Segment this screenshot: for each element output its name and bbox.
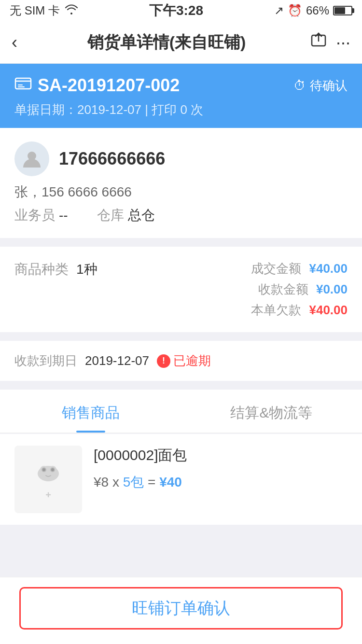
svg-point-10 <box>51 468 54 471</box>
order-icon <box>14 76 32 95</box>
avatar <box>14 141 49 176</box>
salesperson-value: -- <box>59 208 68 223</box>
alarm-icon: ⏰ <box>288 4 302 17</box>
status-bar: 无 SIM 卡 下午3:28 ↗ ⏰ 66% <box>0 0 362 21</box>
customer-meta: 业务员 -- 仓库 总仓 <box>14 206 348 224</box>
product-types: 商品种类 1种 <box>14 260 97 279</box>
page-title: 销货单详情(来自旺铺) <box>41 31 292 54</box>
battery-percent: 66% <box>306 4 329 17</box>
deal-amount-row: 成交金额 ¥40.00 <box>251 260 348 277</box>
clock-icon: ⏱ <box>293 78 306 93</box>
salesperson-label: 业务员 <box>14 206 55 224</box>
product-price: ¥8 x <box>94 475 123 490</box>
confirm-order-button[interactable]: 旺铺订单确认 <box>19 587 343 630</box>
overdue-label: 已逾期 <box>173 352 211 369</box>
product-logo: + <box>34 458 63 501</box>
tabs-bar: 销售商品 结算&物流等 <box>0 390 362 433</box>
carrier-label: 无 SIM 卡 <box>10 3 60 18</box>
collection-amount-row: 收款金额 ¥0.00 <box>258 281 348 298</box>
tab-sales-products[interactable]: 销售商品 <box>0 390 181 433</box>
status-bar-right: ↗ ⏰ 66% <box>274 4 352 17</box>
customer-phone: 17666666666 <box>59 149 165 169</box>
back-button[interactable]: ‹ <box>12 32 41 53</box>
logo-plus: + <box>45 490 51 501</box>
product-list: + [0000002]面包 ¥8 x 5包 = ¥40 <box>0 434 362 525</box>
collection-amount-value: ¥0.00 <box>316 282 348 297</box>
amounts-panel: 成交金额 ¥40.00 收款金额 ¥0.00 本单欠款 ¥40.00 <box>251 260 348 319</box>
product-types-value: 1种 <box>76 260 97 279</box>
battery-icon <box>333 6 352 15</box>
overdue-badge: ! 已逾期 <box>157 352 211 369</box>
wifi-icon <box>65 4 78 17</box>
product-name: [0000002]面包 <box>94 446 348 465</box>
warehouse-value: 总仓 <box>128 206 155 224</box>
product-thumbnail: + <box>14 446 82 513</box>
location-icon: ↗ <box>274 4 284 17</box>
warning-icon: ! <box>157 354 170 368</box>
status-bar-left: 无 SIM 卡 <box>10 3 78 18</box>
product-qty: 5包 <box>123 475 144 490</box>
nav-actions: ··· <box>292 31 350 53</box>
collection-amount-label: 收款金额 <box>258 281 308 298</box>
customer-top: 17666666666 <box>14 141 348 176</box>
order-id: SA-20191207-002 <box>14 75 180 96</box>
divider-2 <box>0 333 362 341</box>
header-banner: SA-20191207-002 ⏱ 待确认 单据日期：2019-12-07 | … <box>0 64 362 128</box>
product-price-row: ¥8 x 5包 = ¥40 <box>94 473 348 491</box>
order-date: 单据日期：2019-12-07 | 打印 0 次 <box>14 101 348 118</box>
share-icon[interactable] <box>311 31 326 53</box>
due-date-label: 收款到期日 <box>14 352 77 369</box>
divider-1 <box>0 239 362 247</box>
customer-card: 17666666666 张，156 6666 6666 业务员 -- 仓库 总仓 <box>0 128 362 238</box>
tab-settlement-logistics[interactable]: 结算&物流等 <box>181 390 362 433</box>
status-bar-time: 下午3:28 <box>149 1 203 20</box>
salesperson-field: 业务员 -- <box>14 206 68 224</box>
product-total: ¥40 <box>159 475 182 490</box>
summary-card: 商品种类 1种 成交金额 ¥40.00 收款金额 ¥0.00 本单欠款 ¥40.… <box>0 247 362 332</box>
deal-amount-label: 成交金额 <box>251 260 301 277</box>
product-equals: = <box>144 475 159 490</box>
customer-name: 张，156 6666 6666 <box>14 183 348 201</box>
divider-3 <box>0 382 362 390</box>
product-item: + [0000002]面包 ¥8 x 5包 = ¥40 <box>14 446 348 513</box>
banner-top: SA-20191207-002 ⏱ 待确认 <box>14 75 348 96</box>
arrears-label: 本单欠款 <box>251 302 301 319</box>
warehouse-field: 仓库 总仓 <box>97 206 155 224</box>
product-types-label: 商品种类 <box>14 260 69 279</box>
owl-icon <box>34 458 63 488</box>
warehouse-label: 仓库 <box>97 206 124 224</box>
summary-grid: 商品种类 1种 成交金额 ¥40.00 收款金额 ¥0.00 本单欠款 ¥40.… <box>14 260 348 319</box>
svg-point-9 <box>42 468 45 471</box>
order-status: ⏱ 待确认 <box>293 77 348 94</box>
product-info: [0000002]面包 ¥8 x 5包 = ¥40 <box>94 446 348 491</box>
arrears-row: 本单欠款 ¥40.00 <box>251 302 348 319</box>
deal-amount-value: ¥40.00 <box>309 261 348 276</box>
due-date-card: 收款到期日 2019-12-07 ! 已逾期 <box>0 341 362 381</box>
nav-bar: ‹ 销货单详情(来自旺铺) ··· <box>0 21 362 64</box>
due-date-value: 2019-12-07 <box>85 353 149 368</box>
bottom-bar: 旺铺订单确认 <box>0 577 362 644</box>
more-icon[interactable]: ··· <box>336 32 350 53</box>
arrears-value: ¥40.00 <box>309 303 348 318</box>
